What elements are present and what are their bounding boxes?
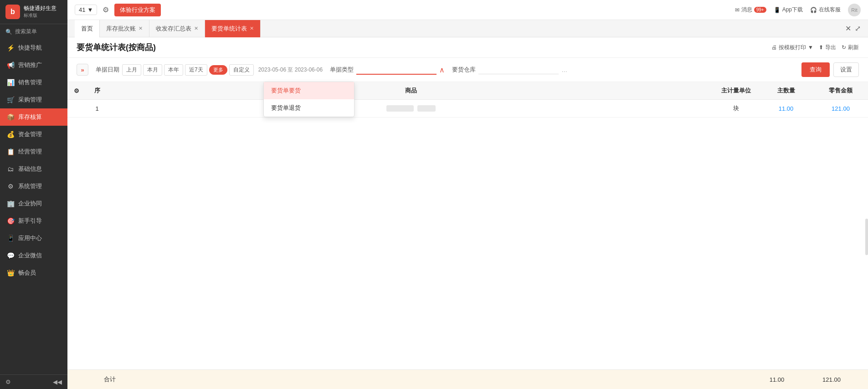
sidebar-item-finance[interactable]: 💰 资金管理 — [0, 126, 67, 143]
refresh-label: 刷新 — [848, 44, 859, 51]
header-settings-icon[interactable]: ⚙ — [103, 5, 109, 14]
footer-total-qty: 11.00 — [750, 376, 804, 383]
page-container: 要货单统计表(按商品) 🖨 按模板打印 ▼ ⬆ 导出 ↻ 刷新 » — [67, 37, 868, 389]
dropdown-item-order-return[interactable]: 要货单退货 — [264, 99, 354, 117]
footer-total-text: 合计 — [104, 376, 116, 383]
tab-home[interactable]: 首页 — [75, 20, 100, 37]
dropdown-item-order-return-label: 要货单退货 — [271, 104, 301, 111]
row-amount-link[interactable]: 121.00 — [832, 105, 850, 112]
wechat-label: 企业微信 — [18, 251, 42, 260]
app-download-action[interactable]: 📱 App下载 — [774, 6, 803, 14]
sidebar-item-operations[interactable]: 📋 经营管理 — [0, 143, 67, 160]
table-row: 1 块 11.00 121.00 — [67, 100, 868, 118]
sidebar-item-marketing[interactable]: 📢 营销推广 — [0, 56, 67, 74]
sidebar-item-guide[interactable]: 🎯 新手引导 — [0, 212, 67, 230]
search-menu[interactable]: 🔍 搜索菜单 — [0, 24, 67, 39]
vip-label: 畅会员 — [18, 269, 36, 277]
export-btn[interactable]: ⬆ 导出 — [819, 44, 836, 51]
online-service-action[interactable]: 🎧 在线客服 — [810, 6, 841, 14]
tab-inventory-batch-close[interactable]: ✕ — [139, 26, 143, 31]
sidebar-item-sales[interactable]: 📊 销售管理 — [0, 74, 67, 91]
quick-nav-icon: ⚡ — [6, 44, 15, 52]
date-btn-more[interactable]: 更多 — [209, 65, 227, 75]
warehouse-filter-group: 要货仓库 … — [452, 65, 567, 74]
base-info-icon: 🗂 — [6, 165, 15, 173]
store-selector[interactable]: 41 ▼ — [75, 5, 97, 15]
dropdown-item-order-goods[interactable]: 要货单要货 — [264, 82, 354, 99]
enterprise-icon: 🏢 — [6, 200, 15, 208]
type-filter-input[interactable] — [356, 65, 437, 75]
row-amount-cell: 121.00 — [813, 100, 868, 118]
finance-icon: 💰 — [6, 130, 15, 138]
tab-receive-summary[interactable]: 收发存汇总表 ✕ — [149, 20, 205, 37]
row-qty-link[interactable]: 11.00 — [779, 105, 794, 112]
sidebar-item-system[interactable]: ⚙ 系统管理 — [0, 178, 67, 195]
sidebar-item-purchase[interactable]: 🛒 采购管理 — [0, 91, 67, 108]
header-right: ✉ 消息 99+ 📱 App下载 🎧 在线客服 Rit — [735, 4, 861, 16]
settings-bottom-icon[interactable]: ⚙ — [5, 379, 11, 385]
sidebar-item-vip[interactable]: 👑 畅会员 — [0, 264, 67, 282]
query-button[interactable]: 查询 — [801, 62, 830, 77]
date-buttons: 上月 本月 本年 近7天 更多 自定义 — [122, 64, 254, 76]
page-title: 要货单统计表(按商品) — [77, 42, 156, 53]
type-filter-chevron-icon[interactable]: ∧ — [439, 66, 445, 74]
sidebar-item-wechat[interactable]: 💬 企业微信 — [0, 247, 67, 264]
refresh-btn[interactable]: ↻ 刷新 — [842, 44, 859, 51]
wechat-icon: 💬 — [6, 251, 15, 260]
warehouse-filter-label: 要货仓库 — [452, 66, 476, 74]
tab-expand-icon[interactable]: ⤢ — [855, 24, 861, 33]
vip-icon: 👑 — [6, 269, 15, 277]
date-filter-group: 单据日期 上月 本月 本年 近7天 更多 自定义 2023-05-06 至 20… — [96, 64, 323, 76]
col-unit-header: 主计量单位 — [713, 82, 759, 100]
tab-receive-summary-label: 收发存汇总表 — [156, 25, 191, 33]
date-btn-custom[interactable]: 自定义 — [229, 64, 254, 76]
sidebar-item-enterprise[interactable]: 🏢 企业协同 — [0, 195, 67, 212]
sidebar-item-inventory[interactable]: 📦 库存核算 — [0, 108, 67, 126]
warehouse-filter-input[interactable] — [478, 65, 559, 74]
data-table: ⚙ 序 商品 主计量单位 主数量 零售金额 1 — [67, 82, 868, 118]
filter-expand-btn[interactable]: » — [77, 64, 88, 76]
tab-home-label: 首页 — [81, 25, 93, 33]
guide-icon: 🎯 — [6, 217, 15, 225]
scrollbar-hint — [865, 219, 868, 255]
trial-button[interactable]: 体验行业方案 — [114, 4, 161, 16]
user-avatar[interactable]: Rit — [848, 4, 861, 16]
sidebar: b 畅捷通好生意 标准版 🔍 搜索菜单 ⚡ 快捷导航 📢 营销推广 📊 销售管理… — [0, 0, 67, 389]
purchase-icon: 🛒 — [6, 96, 15, 104]
col-settings[interactable]: ⚙ — [67, 82, 86, 100]
app-logo: b 畅捷通好生意 标准版 — [0, 0, 67, 24]
filter-bar: » 单据日期 上月 本月 本年 近7天 更多 自定义 2023-05-06 至 … — [67, 58, 868, 82]
tab-inventory-batch[interactable]: 库存批次账 ✕ — [100, 20, 149, 37]
sidebar-item-base-info[interactable]: 🗂 基础信息 — [0, 160, 67, 178]
type-filter-group: 单据类型 ∧ — [330, 65, 445, 75]
date-btn-this-year[interactable]: 本年 — [164, 64, 183, 76]
sidebar-item-quick-nav[interactable]: ⚡ 快捷导航 — [0, 39, 67, 56]
guide-label: 新手引导 — [18, 217, 42, 225]
collapse-btn[interactable]: ◀◀ — [53, 379, 62, 385]
messages-action[interactable]: ✉ 消息 99+ — [735, 6, 766, 14]
type-filter-label: 单据类型 — [330, 66, 354, 74]
col-no-header: 序 — [86, 82, 108, 100]
date-btn-last-month[interactable]: 上月 — [122, 64, 141, 76]
marketing-icon: 📢 — [6, 61, 15, 69]
date-range-text: 2023-05-06 至 2023-06-06 — [258, 66, 323, 74]
sidebar-item-app-center[interactable]: 📱 应用中心 — [0, 230, 67, 247]
header-left: 41 ▼ ⚙ 体验行业方案 — [75, 4, 161, 16]
tab-receive-summary-close[interactable]: ✕ — [194, 26, 198, 31]
settings-small-button[interactable]: 设置 — [833, 62, 859, 77]
tab-close-all-icon[interactable]: ✕ — [845, 24, 851, 33]
print-btn[interactable]: 🖨 按模板打印 ▼ — [771, 44, 813, 51]
tab-expand-btns: ✕ ⤢ — [845, 24, 861, 33]
logo-icon: b — [5, 5, 20, 19]
date-btn-this-month[interactable]: 本月 — [143, 64, 162, 76]
print-chevron-icon: ▼ — [808, 44, 813, 51]
tab-order-stats[interactable]: 要货单统计表 ✕ — [205, 20, 261, 37]
date-btn-last-7-days[interactable]: 近7天 — [185, 64, 207, 76]
sidebar-nav: ⚡ 快捷导航 📢 营销推广 📊 销售管理 🛒 采购管理 📦 库存核算 💰 资金管… — [0, 39, 67, 374]
app-name: 畅捷通好生意 — [24, 5, 56, 12]
operations-icon: 📋 — [6, 148, 15, 156]
base-info-label: 基础信息 — [18, 165, 42, 173]
row-qty-cell: 11.00 — [759, 100, 813, 118]
warehouse-filter-more-icon[interactable]: … — [561, 67, 567, 73]
tab-order-stats-close[interactable]: ✕ — [250, 26, 254, 31]
